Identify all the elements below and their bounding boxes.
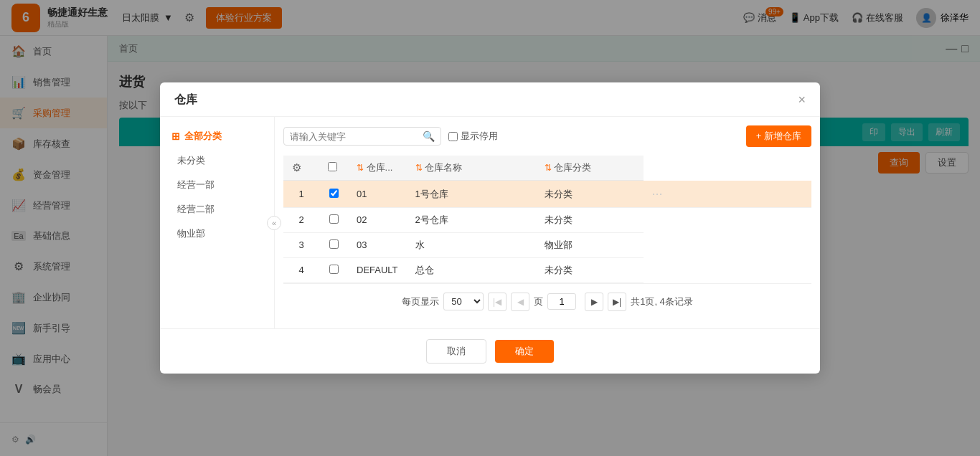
sidebar-collapse-button[interactable]: «: [267, 216, 281, 230]
category-item-ops2[interactable]: 经营二部: [160, 197, 274, 222]
cell-category: 未分类: [536, 207, 644, 232]
modal-footer: 取消 确定: [160, 328, 820, 374]
more-button[interactable]: ···: [652, 186, 663, 201]
cell-category: 未分类: [536, 257, 644, 282]
pagination: 每页显示 50 100 200 |◀ ◀ 页 ▶ ▶| 共1页, 4条记录: [283, 283, 811, 320]
cell-check[interactable]: [319, 181, 348, 208]
table-area: 🔍 显示停用 + 新增仓库 ⚙: [275, 117, 820, 328]
prev-page-button[interactable]: ◀: [511, 293, 529, 311]
cell-check[interactable]: [319, 232, 348, 257]
modal-header: 仓库 ×: [160, 82, 820, 117]
page-number-input[interactable]: [547, 293, 576, 310]
warehouse-table: ⚙ ⇅ 仓库... ⇅ 仓库名称: [283, 156, 811, 283]
table-row[interactable]: 4 DEFAULT 总仓 未分类: [283, 257, 811, 282]
cell-check[interactable]: [319, 207, 348, 232]
gear-col-icon[interactable]: ⚙: [292, 161, 301, 174]
cell-num: 3: [283, 232, 319, 257]
cancel-button[interactable]: 取消: [426, 339, 486, 364]
search-icon: 🔍: [423, 130, 435, 142]
category-all[interactable]: ⊞ 全部分类: [160, 124, 274, 148]
cell-check[interactable]: [319, 257, 348, 282]
row-checkbox[interactable]: [329, 265, 339, 274]
cell-more[interactable]: ···: [644, 181, 811, 208]
cell-category: 未分类: [536, 181, 644, 208]
th-name[interactable]: ⇅ 仓库名称: [407, 156, 536, 181]
cell-num: 2: [283, 207, 319, 232]
modal-body: ⊞ 全部分类 未分类 经营一部 经营二部 物业部 « 🔍: [160, 117, 820, 328]
th-category[interactable]: ⇅ 仓库分类: [536, 156, 644, 181]
cell-code: 02: [348, 207, 407, 232]
first-page-button[interactable]: |◀: [488, 293, 507, 311]
th-code[interactable]: ⇅ 仓库...: [348, 156, 407, 181]
cell-name: 水: [407, 232, 536, 257]
show-disabled-text: 显示停用: [461, 130, 498, 143]
category-item-unclassified[interactable]: 未分类: [160, 148, 274, 173]
select-all-checkbox[interactable]: [328, 162, 337, 171]
grid-icon: ⊞: [171, 130, 180, 142]
modal-close-button[interactable]: ×: [798, 92, 806, 108]
category-item-ops1[interactable]: 经营一部: [160, 173, 274, 197]
table-row[interactable]: 3 03 水 物业部: [283, 232, 811, 257]
modal-title: 仓库: [174, 92, 197, 108]
total-info: 共1页, 4条记录: [631, 295, 693, 308]
table-row[interactable]: 2 02 2号仓库 未分类: [283, 207, 811, 232]
modal-overlay[interactable]: 仓库 × ⊞ 全部分类 未分类 经营一部 经营二部 物业部 «: [0, 0, 980, 456]
warehouse-modal: 仓库 × ⊞ 全部分类 未分类 经营一部 经营二部 物业部 «: [160, 82, 820, 374]
category-item-property[interactable]: 物业部: [160, 222, 274, 246]
search-input[interactable]: [290, 131, 423, 142]
show-disabled-checkbox[interactable]: [448, 132, 458, 141]
th-num: ⚙: [283, 156, 319, 181]
add-warehouse-button[interactable]: + 新增仓库: [746, 125, 811, 147]
sort-icon-name: ⇅: [415, 163, 423, 173]
sort-icon: ⇅: [357, 163, 364, 173]
row-checkbox[interactable]: [329, 239, 339, 249]
row-checkbox[interactable]: [329, 189, 339, 198]
table-body: 1 01 1号仓库 未分类 ··· 2 02 2号仓库 未分类 3 03 水 物…: [283, 181, 811, 283]
sort-icon-cat: ⇅: [545, 163, 552, 173]
next-page-button[interactable]: ▶: [585, 293, 603, 311]
cell-name: 2号仓库: [407, 207, 536, 232]
per-page-select[interactable]: 50 100 200: [443, 293, 484, 310]
confirm-button[interactable]: 确定: [495, 340, 554, 363]
cell-num: 4: [283, 257, 319, 282]
cell-name: 1号仓库: [407, 181, 536, 208]
last-page-button[interactable]: ▶|: [608, 293, 626, 311]
table-row[interactable]: 1 01 1号仓库 未分类 ···: [283, 181, 811, 208]
cell-name: 总仓: [407, 257, 536, 282]
category-sidebar: ⊞ 全部分类 未分类 经营一部 经营二部 物业部 «: [160, 117, 275, 328]
category-all-label: 全部分类: [184, 130, 222, 143]
per-page-label: 每页显示: [402, 295, 439, 308]
th-check: [319, 156, 348, 181]
search-box: 🔍: [283, 127, 441, 146]
table-toolbar: 🔍 显示停用 + 新增仓库: [283, 125, 811, 147]
cell-category: 物业部: [536, 232, 644, 257]
cell-code: 01: [348, 181, 407, 208]
row-checkbox[interactable]: [329, 214, 339, 224]
table-header: ⚙ ⇅ 仓库... ⇅ 仓库名称: [283, 156, 811, 181]
cell-code: DEFAULT: [348, 257, 407, 282]
page-label: 页: [534, 295, 543, 308]
show-disabled-label[interactable]: 显示停用: [448, 130, 498, 143]
cell-code: 03: [348, 232, 407, 257]
cell-num: 1: [283, 181, 319, 208]
